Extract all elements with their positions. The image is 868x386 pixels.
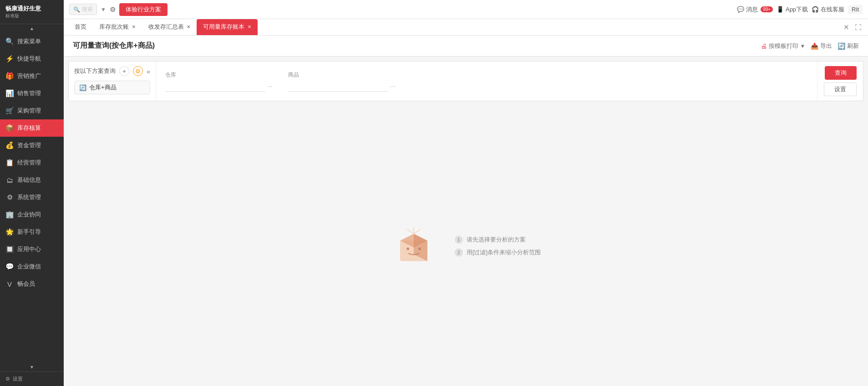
sidebar-item-label: 销售管理 bbox=[17, 89, 41, 98]
empty-state-inner: 1 请先选择要分析的方案 2 用[过滤]条件来缩小分析范围 bbox=[391, 222, 541, 269]
product-input[interactable] bbox=[288, 81, 388, 92]
content-area: 可用量查询(按仓库+商品) 🖨 按模板打印 ▼ 📤 导出 🔄 刷新 bbox=[64, 36, 868, 386]
sidebar-item-system[interactable]: ⚙ 系统管理 bbox=[0, 189, 64, 206]
export-label: 导出 bbox=[820, 42, 832, 50]
print-dropdown-icon[interactable]: ▼ bbox=[800, 43, 805, 49]
sidebar-item-shortcut[interactable]: ⚡ 快捷导航 bbox=[0, 50, 64, 67]
empty-tip-1: 1 请先选择要分析的方案 bbox=[455, 236, 541, 244]
app-name: 畅康通好生意 bbox=[5, 5, 58, 13]
filter-add-btn[interactable]: + bbox=[119, 66, 129, 76]
sidebar-item-basic[interactable]: 🗂 基础信息 bbox=[0, 171, 64, 189]
refresh-action[interactable]: 🔄 刷新 bbox=[838, 42, 859, 50]
tab-batch-ledger[interactable]: 库存批次账 × bbox=[93, 19, 142, 35]
sidebar-header: 畅康通好生意 标准版 bbox=[0, 0, 64, 24]
filter-actions: 查询 设置 bbox=[817, 62, 863, 101]
svg-line-5 bbox=[407, 229, 414, 234]
cart-icon: 🛒 bbox=[5, 107, 14, 115]
tab-home[interactable]: 首页 bbox=[68, 19, 93, 35]
tab-close-all-icon[interactable]: ✕ bbox=[842, 23, 851, 31]
sidebar-scroll-down[interactable]: ▼ bbox=[0, 363, 64, 371]
tip-text-1: 请先选择要分析的方案 bbox=[467, 236, 526, 244]
sidebar-item-inventory[interactable]: 📦 库存核算 bbox=[0, 119, 64, 137]
filter-title: 按以下方案查询 bbox=[74, 67, 116, 75]
print-label: 按模板打印 bbox=[769, 42, 798, 50]
sidebar: 畅康通好生意 标准版 ▲ 🔍 搜索菜单 ⚡ 快捷导航 🎁 营销推广 📊 销售管理… bbox=[0, 0, 64, 386]
warehouse-field: 仓库 ··· bbox=[165, 71, 274, 92]
page-header-actions: 🖨 按模板打印 ▼ 📤 导出 🔄 刷新 bbox=[761, 42, 859, 50]
warehouse-more-btn[interactable]: ··· bbox=[267, 82, 273, 90]
sidebar-item-label: 营销推广 bbox=[17, 72, 41, 80]
empty-svg bbox=[391, 222, 437, 268]
sidebar-item-finance[interactable]: 💰 资金管理 bbox=[0, 137, 64, 154]
product-input-row: ··· bbox=[288, 81, 397, 92]
empty-illustration bbox=[391, 222, 437, 269]
star-icon: 🌟 bbox=[5, 228, 14, 236]
sidebar-item-wechat[interactable]: 💬 企业微信 bbox=[0, 258, 64, 275]
sidebar-item-search[interactable]: 🔍 搜索菜单 bbox=[0, 33, 64, 50]
export-action[interactable]: 📤 导出 bbox=[811, 42, 832, 50]
sidebar-item-sales[interactable]: 📊 销售管理 bbox=[0, 85, 64, 102]
sidebar-item-apps[interactable]: 🔲 应用中心 bbox=[0, 241, 64, 258]
tab-maximize-icon[interactable]: ⛶ bbox=[853, 23, 863, 31]
app-tag: 标准版 bbox=[5, 13, 58, 19]
export-icon: 📤 bbox=[811, 42, 818, 50]
sidebar-item-label: 采购管理 bbox=[17, 107, 41, 115]
scheme-label: 仓库+商品 bbox=[89, 83, 117, 92]
empty-state: 1 请先选择要分析的方案 2 用[过滤]条件来缩小分析范围 bbox=[64, 106, 868, 386]
sidebar-item-label: 新手引导 bbox=[17, 228, 41, 236]
sidebar-scroll-up[interactable]: ▲ bbox=[0, 24, 64, 33]
empty-tip-2: 2 用[过滤]条件来缩小分析范围 bbox=[455, 248, 541, 257]
topbar-app-download[interactable]: 📱 App下载 bbox=[777, 5, 808, 14]
chart-icon: 📊 bbox=[5, 89, 14, 98]
app-download-label: App下载 bbox=[786, 5, 808, 14]
sidebar-item-operations[interactable]: 📋 经营管理 bbox=[0, 154, 64, 171]
tab-receipt-summary-close[interactable]: × bbox=[187, 23, 191, 30]
tab-available-ledger-close[interactable]: × bbox=[248, 23, 251, 30]
filter-settings-btn[interactable]: ⚙ bbox=[133, 66, 143, 76]
tab-batch-ledger-close[interactable]: × bbox=[132, 23, 136, 30]
phone-icon: 📱 bbox=[777, 6, 784, 13]
topbar-username[interactable]: Rit bbox=[848, 5, 863, 14]
sidebar-item-purchase[interactable]: 🛒 采购管理 bbox=[0, 102, 64, 119]
refresh-icon: 🔄 bbox=[838, 42, 845, 50]
tip-num-2: 2 bbox=[455, 248, 463, 257]
warehouse-input[interactable] bbox=[165, 81, 265, 92]
tab-available-ledger[interactable]: 可用量库存账本 × bbox=[197, 19, 258, 35]
sidebar-item-member[interactable]: V 畅会员 bbox=[0, 275, 64, 293]
sidebar-item-label: 基础信息 bbox=[17, 176, 41, 184]
sidebar-item-label: 快捷导航 bbox=[17, 55, 41, 63]
sidebar-item-marketing[interactable]: 🎁 营销推广 bbox=[0, 67, 64, 85]
topbar-online-service[interactable]: 🎧 在线客服 bbox=[812, 5, 844, 14]
topbar: 🔍 搜索 ▼ ⚙ 体验行业方案 💬 消息 99+ 📱 App下载 🎧 在线客服 … bbox=[64, 0, 868, 19]
print-action[interactable]: 🖨 按模板打印 ▼ bbox=[761, 42, 805, 50]
query-button[interactable]: 查询 bbox=[825, 66, 857, 80]
sidebar-footer[interactable]: ⚙ 设置 bbox=[0, 371, 64, 386]
sidebar-item-label: 系统管理 bbox=[17, 193, 41, 201]
filter-scheme-warehouse-product[interactable]: 🔄 仓库+商品 bbox=[74, 81, 150, 94]
topbar-search[interactable]: 🔍 搜索 bbox=[69, 4, 97, 15]
topbar-dropdown-icon[interactable]: ▼ bbox=[101, 6, 106, 13]
tab-receipt-summary-label: 收发存汇总表 bbox=[148, 23, 184, 31]
sidebar-item-label: 应用中心 bbox=[17, 245, 41, 253]
sidebar-item-label: 库存核算 bbox=[17, 124, 41, 132]
topbar-message[interactable]: 💬 消息 99+ bbox=[737, 5, 773, 14]
apps-icon: 🔲 bbox=[5, 245, 14, 253]
wechat-icon: 💬 bbox=[5, 262, 14, 271]
filter-settings-button[interactable]: 设置 bbox=[824, 82, 857, 96]
sidebar-menu: 🔍 搜索菜单 ⚡ 快捷导航 🎁 营销推广 📊 销售管理 🛒 采购管理 📦 库存核… bbox=[0, 33, 64, 363]
sidebar-item-enterprise[interactable]: 🏢 企业协同 bbox=[0, 206, 64, 223]
warehouse-label: 仓库 bbox=[165, 71, 274, 79]
filter-collapse-btn[interactable]: « bbox=[147, 67, 150, 75]
topbar-search-icon: 🔍 bbox=[73, 6, 80, 13]
sidebar-item-guide[interactable]: 🌟 新手引导 bbox=[0, 223, 64, 241]
product-more-btn[interactable]: ··· bbox=[390, 82, 396, 90]
industry-solution-button[interactable]: 体验行业方案 bbox=[119, 3, 168, 16]
report-icon: 📋 bbox=[5, 159, 14, 167]
topbar-gear-icon[interactable]: ⚙ bbox=[110, 5, 116, 14]
message-badge: 99+ bbox=[761, 6, 773, 12]
settings-icon: ⚙ bbox=[5, 376, 10, 382]
tab-receipt-summary[interactable]: 收发存汇总表 × bbox=[142, 19, 197, 35]
filter-fields-area: 仓库 ··· 商品 ··· bbox=[156, 62, 817, 101]
tab-available-ledger-label: 可用量库存账本 bbox=[203, 23, 244, 31]
building-icon: 🏢 bbox=[5, 211, 14, 219]
